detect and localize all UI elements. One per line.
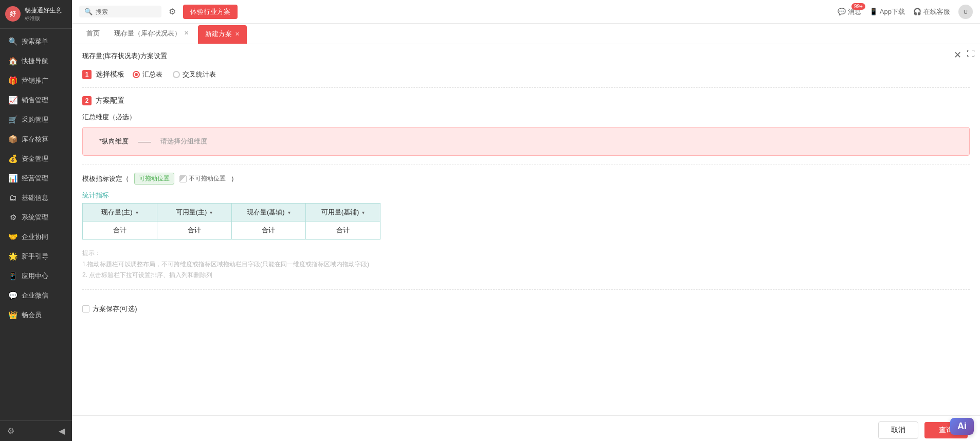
panel-expand-button[interactable]: ⛶	[967, 49, 975, 59]
sidebar-item-inventory[interactable]: 📦 库存核算	[0, 130, 72, 149]
trial-btn[interactable]: 体验行业方案	[183, 5, 238, 19]
base-info-icon: 🗂	[8, 193, 17, 202]
close-tab-new-plan-icon[interactable]: ✕	[235, 31, 240, 38]
col2-label: 可用量(主)	[176, 208, 207, 217]
fixed-label: 不可拖动位置	[189, 174, 226, 183]
operations-icon: 📊	[8, 174, 17, 183]
stats-title: 统计指标	[82, 191, 970, 200]
sidebar-item-app-center[interactable]: 📱 应用中心	[0, 266, 72, 286]
tip-1: 1.拖动标题栏可以调整布局，不可跨维度或指标区域拖动栏目字段(只能在同一维度或指…	[82, 259, 970, 270]
col-header-3[interactable]: 现存量(基辅) ▾	[231, 204, 306, 222]
avatar-initials: U	[964, 9, 968, 15]
panel-close-button[interactable]: ✕	[954, 49, 961, 61]
col4-label: 可用量(基辅)	[321, 208, 359, 217]
inventory-icon: 📦	[8, 135, 17, 144]
metrics-settings-row: 模板指标设定（ 可拖动位置 不可拖动位置 ）	[82, 173, 970, 185]
col-header-4[interactable]: 可用量(基辅) ▾	[306, 204, 380, 222]
ai-badge-label: Ai	[957, 421, 967, 431]
step2-header: 2 方案配置	[82, 96, 970, 105]
content-area: ✕ ⛶ 现存量(库存状况表)方案设置 1 选择模板 汇总表 交叉统计表	[72, 44, 980, 441]
sidebar: 好 畅捷通好生意 标准版 🔍 搜索菜单 🏠 快捷导航 🎁 营销推广 📈 销售管理…	[0, 0, 72, 441]
messages-btn[interactable]: 💬 消息 99+	[838, 7, 861, 16]
tab-home-label: 首页	[86, 29, 100, 38]
col3-chevron: ▾	[288, 210, 291, 215]
radio-cross-label: 交叉统计表	[183, 70, 216, 79]
sidebar-item-purchase[interactable]: 🛒 采购管理	[0, 110, 72, 130]
divider-2	[82, 164, 970, 164]
sales-icon: 📈	[8, 96, 17, 105]
sidebar-item-label: 营销推广	[22, 76, 48, 85]
sidebar-item-label: 库存核算	[22, 135, 48, 144]
sidebar-item-sales[interactable]: 📈 销售管理	[0, 90, 72, 110]
sidebar-item-system[interactable]: ⚙ 系统管理	[0, 208, 72, 227]
search-input[interactable]	[96, 8, 152, 15]
gear-icon[interactable]: ⚙	[167, 7, 178, 16]
sidebar-item-label: 系统管理	[22, 213, 48, 222]
radio-summary-dot	[133, 71, 140, 78]
col4-chevron: ▾	[362, 210, 365, 215]
customer-service-btn[interactable]: 🎧 在线客服	[913, 7, 950, 16]
step1-title: 选择模板	[96, 70, 124, 79]
new-guide-icon: 🌟	[8, 252, 17, 261]
enterprise-icon: 🤝	[8, 232, 17, 242]
metrics-settings-suffix: ）	[231, 174, 238, 183]
tips-section: 提示： 1.拖动标题栏可以调整布局，不可跨维度或指标区域拖动栏目字段(只能在同一…	[82, 248, 970, 281]
sidebar-nav: 🔍 搜索菜单 🏠 快捷导航 🎁 营销推广 📈 销售管理 🛒 采购管理 📦 库存核…	[0, 29, 72, 420]
save-option[interactable]: 方案保存(可选)	[82, 298, 970, 320]
ai-badge[interactable]: Ai	[950, 418, 974, 435]
download-icon: 📱	[869, 8, 878, 15]
finance-icon: 💰	[8, 154, 17, 163]
col-header-2[interactable]: 可用量(主) ▾	[157, 204, 231, 222]
radio-cross[interactable]: 交叉统计表	[173, 70, 216, 79]
cell-2: 合计	[157, 222, 231, 240]
collapse-icon[interactable]: ◀	[59, 426, 65, 436]
sidebar-item-enterprise-wechat[interactable]: 💬 企业微信	[0, 286, 72, 305]
sidebar-item-base-info[interactable]: 🗂 基础信息	[0, 188, 72, 208]
user-avatar[interactable]: U	[958, 5, 973, 19]
search-icon: 🔍	[84, 8, 93, 15]
sidebar-item-label: 新手引导	[22, 252, 48, 261]
customer-service-icon: 🎧	[913, 8, 921, 15]
sidebar-item-search-menu[interactable]: 🔍 搜索菜单	[0, 32, 72, 51]
step2-title: 方案配置	[96, 96, 124, 105]
sidebar-item-new-guide[interactable]: 🌟 新手引导	[0, 247, 72, 266]
sidebar-logo: 好 畅捷通好生意 标准版	[0, 0, 72, 29]
cancel-button[interactable]: 取消	[878, 421, 918, 439]
save-checkbox[interactable]	[82, 305, 89, 313]
marketing-icon: 🎁	[8, 76, 17, 85]
tabs-bar: 首页 现存量（库存状况表） ✕ 新建方案 ✕	[72, 24, 980, 44]
tab-inventory-status[interactable]: 现存量（库存状况表） ✕	[107, 24, 196, 44]
sidebar-item-operations[interactable]: 📊 经营管理	[0, 169, 72, 188]
fixed-indicator: 不可拖动位置	[179, 174, 226, 183]
settings-panel: ✕ ⛶ 现存量(库存状况表)方案设置 1 选择模板 汇总表 交叉统计表	[72, 44, 980, 415]
cell-4: 合计	[306, 222, 380, 240]
dimension-placeholder[interactable]: 请选择分组维度	[160, 137, 207, 146]
sidebar-item-label: 企业微信	[22, 291, 48, 300]
sidebar-item-member[interactable]: 👑 畅会员	[0, 305, 72, 325]
step1-header: 1 选择模板 汇总表 交叉统计表	[82, 70, 970, 79]
sidebar-item-enterprise[interactable]: 🤝 企业协同	[0, 227, 72, 247]
tab-new-plan-label: 新建方案	[205, 29, 232, 39]
sidebar-item-quick-nav[interactable]: 🏠 快捷导航	[0, 51, 72, 71]
col-header-1[interactable]: 现存量(主) ▾	[83, 204, 157, 222]
sidebar-item-label: 销售管理	[22, 96, 48, 105]
fixed-indicator-icon	[179, 175, 187, 182]
col3-label: 现存量(基辅)	[247, 208, 285, 217]
search-menu-icon: 🔍	[8, 37, 17, 46]
radio-summary-label: 汇总表	[142, 70, 162, 79]
app-download-btn[interactable]: 📱 App下载	[869, 7, 905, 16]
main-area: 🔍 ⚙ 体验行业方案 💬 消息 99+ 📱 App下载 🎧 在线客服 U	[72, 0, 980, 441]
sidebar-item-label: 采购管理	[22, 115, 48, 124]
sidebar-item-finance[interactable]: 💰 资金管理	[0, 149, 72, 169]
sidebar-bottom: ⚙ ◀	[0, 420, 72, 441]
settings-icon[interactable]: ⚙	[7, 426, 14, 436]
sidebar-item-label: 应用中心	[22, 271, 48, 281]
dimension-section: 汇总维度（必选） *纵向维度 —— 请选择分组维度	[82, 113, 970, 156]
step1-badge: 1	[82, 70, 92, 79]
tab-new-plan[interactable]: 新建方案 ✕	[198, 25, 247, 44]
radio-summary[interactable]: 汇总表	[133, 70, 162, 79]
tab-home[interactable]: 首页	[79, 24, 107, 44]
close-tab-inventory-icon[interactable]: ✕	[184, 30, 189, 36]
tab-inventory-label: 现存量（库存状况表）	[114, 29, 181, 38]
sidebar-item-marketing[interactable]: 🎁 营销推广	[0, 71, 72, 90]
